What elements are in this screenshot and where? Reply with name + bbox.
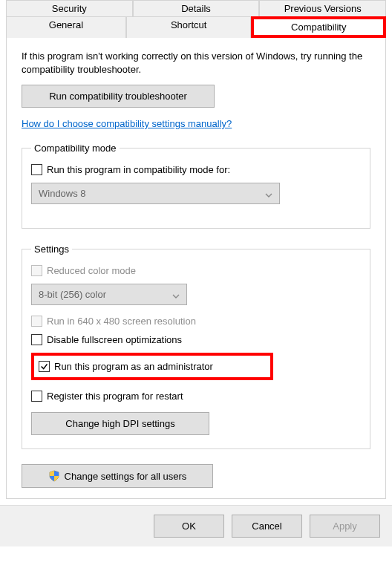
- run-admin-checkbox[interactable]: [39, 361, 50, 372]
- disable-fs-label: Disable fullscreen optimizations: [47, 334, 182, 345]
- run-640-checkbox: [31, 316, 42, 327]
- compat-mode-label: Run this program in compatibility mode f…: [47, 164, 230, 175]
- run-troubleshooter-button[interactable]: Run compatibility troubleshooter: [22, 85, 215, 108]
- compatibility-mode-legend: Compatibility mode: [31, 143, 120, 154]
- settings-group: Settings Reduced color mode 8-bit (256) …: [22, 244, 370, 449]
- reduced-color-checkbox: [31, 265, 42, 276]
- shield-icon: [48, 470, 60, 482]
- register-restart-label: Register this program for restart: [47, 391, 183, 402]
- compat-os-value: Windows 8: [39, 188, 86, 199]
- cancel-button[interactable]: Cancel: [232, 515, 302, 538]
- run-admin-label: Run this program as an administrator: [54, 361, 213, 372]
- change-all-users-button[interactable]: Change settings for all users: [22, 464, 213, 488]
- apply-button[interactable]: Apply: [310, 515, 380, 538]
- disable-fs-checkbox[interactable]: [31, 334, 42, 345]
- ok-button[interactable]: OK: [154, 515, 224, 538]
- dialog-footer: OK Cancel Apply: [0, 505, 392, 546]
- chevron-down-icon: [265, 190, 272, 198]
- tab-security[interactable]: Security: [6, 0, 133, 16]
- tab-general[interactable]: General: [6, 16, 126, 38]
- change-all-users-label: Change settings for all users: [65, 471, 187, 482]
- tab-previous-versions[interactable]: Previous Versions: [259, 0, 386, 16]
- color-value: 8-bit (256) color: [39, 289, 106, 300]
- help-link[interactable]: How do I choose compatibility settings m…: [22, 118, 232, 129]
- admin-highlight: Run this program as an administrator: [31, 353, 273, 380]
- color-dropdown: 8-bit (256) color: [31, 284, 187, 305]
- intro-text: If this program isn't working correctly …: [22, 50, 370, 76]
- register-restart-checkbox[interactable]: [31, 391, 42, 402]
- run-640-label: Run in 640 x 480 screen resolution: [47, 316, 196, 327]
- compatibility-mode-group: Compatibility mode Run this program in c…: [22, 143, 370, 229]
- tab-compatibility[interactable]: Compatibility: [251, 16, 386, 38]
- chevron-down-icon: [172, 291, 180, 298]
- tab-details[interactable]: Details: [133, 0, 260, 16]
- settings-legend: Settings: [31, 244, 72, 255]
- reduced-color-label: Reduced color mode: [47, 265, 136, 276]
- compat-os-dropdown[interactable]: Windows 8: [31, 183, 280, 204]
- compat-mode-checkbox[interactable]: [31, 164, 42, 175]
- tab-shortcut[interactable]: Shortcut: [126, 16, 252, 38]
- change-dpi-button[interactable]: Change high DPI settings: [31, 412, 209, 435]
